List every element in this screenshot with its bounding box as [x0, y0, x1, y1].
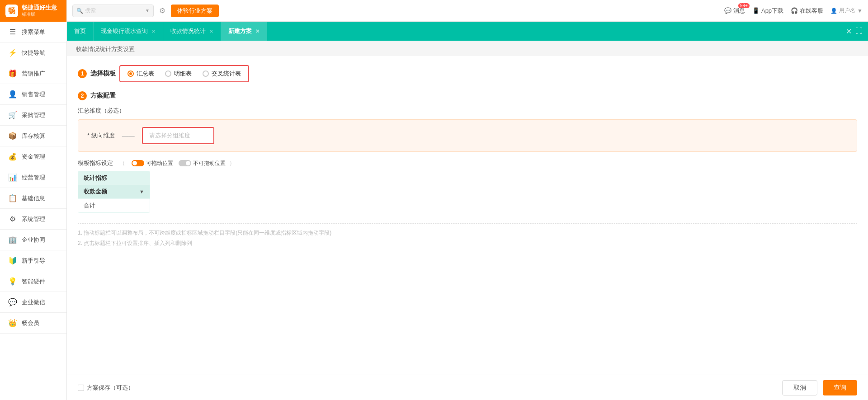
trial-button[interactable]: 体验行业方案	[171, 5, 219, 17]
tab-bar: 首页 现金银行流水查询 ✕ 收款情况统计 ✕ 新建方案 ✕ ✕ ⛶	[67, 22, 868, 41]
service-icon: 🎧	[791, 7, 798, 14]
sidebar-item-label: 企业协同	[22, 236, 45, 244]
sidebar-item-label: 经营管理	[22, 174, 45, 182]
sidebar-item-marketing[interactable]: 🎁 营销推广	[0, 63, 66, 84]
cancel-button[interactable]: 取消	[782, 380, 817, 395]
radio-summary-circle	[127, 71, 134, 77]
metric-chevron-icon: ▼	[139, 189, 144, 194]
radio-detail-label: 明细表	[174, 70, 192, 78]
sidebar-item-guide[interactable]: 🔰 新手引导	[0, 250, 66, 271]
tip-text-1: 1. 拖动标题栏可以调整布局，不可跨维度或指标区域拖动栏目字段(只能在同一维度或…	[78, 230, 331, 236]
guide-icon: 🔰	[8, 256, 17, 265]
save-checkbox[interactable]	[78, 385, 84, 391]
download-action[interactable]: 📱 App下载	[752, 7, 783, 15]
radio-cross-label: 交叉统计表	[212, 70, 241, 78]
radio-summary-label: 汇总表	[137, 70, 154, 78]
weixin-icon: 💬	[8, 298, 17, 306]
sidebar-item-finance[interactable]: 💰 资金管理	[0, 146, 66, 167]
smart-hw-icon: 💡	[8, 277, 17, 286]
window-expand-icon[interactable]: ⛶	[855, 27, 863, 35]
user-info[interactable]: 👤 用户名 ▼	[830, 7, 863, 14]
sidebar-item-weixin[interactable]: 💬 企业微信	[0, 292, 66, 313]
tab-new-scheme-close-icon[interactable]: ✕	[255, 28, 259, 34]
tab-window-controls: ✕ ⛶	[840, 27, 868, 36]
step1-title: 选择模板	[90, 70, 116, 78]
marketing-icon: 🎁	[8, 69, 17, 78]
header-actions: 💬 消息 99+ 📱 App下载 🎧 在线客服 👤 用户名 ▼	[724, 7, 863, 15]
logo-name: 畅捷通好生意	[22, 4, 57, 11]
draggable-toggle-indicator[interactable]	[132, 160, 144, 166]
content-body: 1 选择模板 汇总表 明细表	[67, 56, 868, 375]
sidebar-item-label: 资金管理	[22, 153, 45, 161]
breadcrumb: 收款情况统计方案设置	[67, 41, 868, 56]
metrics-metric-total-row: 合计	[78, 198, 150, 212]
summary-dimension-title: 汇总维度（必选）	[78, 107, 857, 115]
gear-icon[interactable]: ⚙	[159, 6, 165, 15]
sidebar-item-label: 快捷导航	[22, 49, 45, 57]
enterprise-icon: 🏢	[8, 235, 17, 244]
step1-header: 1 选择模板 汇总表 明细表	[78, 65, 857, 82]
sidebar-logo: 畅 畅捷通好生意 标准版	[0, 0, 66, 22]
step1-section: 1 选择模板 汇总表 明细表	[78, 65, 857, 82]
logo-icon: 畅	[5, 5, 18, 17]
sidebar-item-member[interactable]: 👑 畅会员	[0, 313, 66, 334]
confirm-button[interactable]: 查询	[823, 380, 857, 395]
tab-collection-stat[interactable]: 收款情况统计 ✕	[163, 22, 221, 41]
dimension-arrow-icon: ——	[122, 132, 135, 139]
main-area: 🔍 搜索 ▼ ⚙ 体验行业方案 💬 消息 99+ 📱 App下载 🎧 在线客服 …	[67, 0, 868, 400]
sidebar-item-label: 系统管理	[22, 215, 45, 223]
header-search-box[interactable]: 🔍 搜索 ▼	[72, 5, 154, 17]
dimension-row: * 纵向维度 —— 请选择分组维度	[87, 127, 848, 144]
radio-detail[interactable]: 明细表	[165, 70, 192, 78]
draggable-toggle: 可拖动位置	[132, 160, 173, 167]
sidebar-item-label: 智能硬件	[22, 278, 45, 286]
search-icon: 🔍	[76, 8, 83, 14]
window-close-icon[interactable]: ✕	[846, 27, 852, 36]
sidebar-item-label: 销售管理	[22, 90, 45, 99]
tab-new-scheme[interactable]: 新建方案 ✕	[221, 22, 267, 41]
tab-collection-stat-close-icon[interactable]: ✕	[209, 28, 213, 34]
sidebar-item-system[interactable]: ⚙ 系统管理	[0, 209, 66, 230]
template-radio-group: 汇总表 明细表 交叉统计表	[119, 65, 249, 82]
tab-bank-flow[interactable]: 现金银行流水查询 ✕	[94, 22, 163, 41]
metrics-metric-name-row[interactable]: 收款金额 ▼	[78, 185, 150, 198]
vertical-dimension-label: * 纵向维度	[87, 132, 115, 140]
purchase-icon: 🛒	[8, 111, 17, 119]
metrics-section: 模板指标设定 （ 可拖动位置 不可拖动位置 ）	[78, 159, 857, 214]
metrics-table: 统计指标 收款金额 ▼ 合计	[78, 171, 150, 213]
sidebar-item-basic-info[interactable]: 📋 基础信息	[0, 188, 66, 209]
message-action[interactable]: 💬 消息 99+	[724, 7, 745, 15]
tips-section: 1. 拖动标题栏可以调整布局，不可跨维度或指标区域拖动栏目字段(只能在同一维度或…	[78, 223, 857, 247]
sidebar-item-label: 搜索菜单	[22, 28, 45, 36]
sidebar-item-purchase[interactable]: 🛒 采购管理	[0, 105, 66, 126]
tab-bank-flow-label: 现金银行流水查询	[101, 27, 148, 35]
sidebar-item-label: 采购管理	[22, 111, 45, 119]
sidebar-item-label: 新手引导	[22, 257, 45, 265]
non-draggable-toggle-indicator[interactable]	[179, 160, 191, 166]
sidebar: 畅 畅捷通好生意 标准版 ☰ 搜索菜单 ⚡ 快捷导航 🎁 营销推广 👤 销售管理…	[0, 0, 67, 400]
sidebar-item-smart-hw[interactable]: 💡 智能硬件	[0, 271, 66, 292]
service-label: 在线客服	[800, 7, 823, 15]
step2-header: 2 方案配置	[78, 91, 857, 100]
step1-num: 1	[78, 69, 87, 78]
radio-cross[interactable]: 交叉统计表	[203, 70, 241, 78]
tip-item-1: 1. 拖动标题栏可以调整布局，不可跨维度或指标区域拖动栏目字段(只能在同一维度或…	[78, 229, 857, 237]
tab-bank-flow-close-icon[interactable]: ✕	[151, 28, 156, 34]
sidebar-item-inventory[interactable]: 📦 库存核算	[0, 126, 66, 146]
sidebar-item-label: 营销推广	[22, 70, 45, 78]
step2-num: 2	[78, 91, 87, 100]
draggable-toggle-label: 可拖动位置	[146, 160, 173, 167]
metrics-label: 模板指标设定	[78, 159, 113, 167]
radio-summary[interactable]: 汇总表	[127, 70, 154, 78]
breadcrumb-text: 收款情况统计方案设置	[76, 46, 135, 52]
sidebar-item-quick-nav[interactable]: ⚡ 快捷导航	[0, 42, 66, 63]
sidebar-item-enterprise[interactable]: 🏢 企业协同	[0, 230, 66, 250]
sidebar-item-operation[interactable]: 📊 经营管理	[0, 167, 66, 188]
dimension-selector[interactable]: 请选择分组维度	[142, 127, 214, 144]
service-action[interactable]: 🎧 在线客服	[791, 7, 823, 15]
sidebar-item-sales[interactable]: 👤 销售管理	[0, 84, 66, 105]
sidebar-item-search-menu[interactable]: ☰ 搜索菜单	[0, 22, 66, 42]
tab-home[interactable]: 首页	[67, 22, 94, 41]
finance-icon: 💰	[8, 152, 17, 161]
footer-bar: 方案保存（可选） 取消 查询	[67, 375, 868, 400]
